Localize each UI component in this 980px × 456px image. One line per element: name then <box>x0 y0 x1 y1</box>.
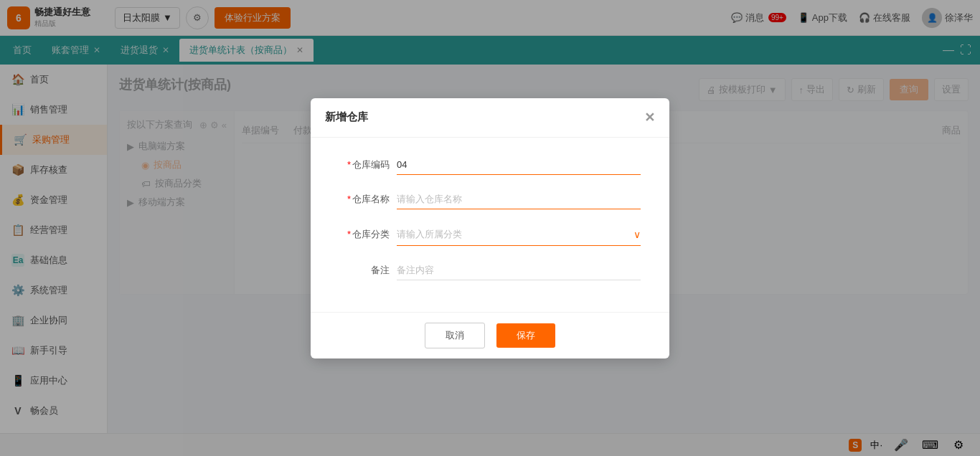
form-row-note: 备注 <box>339 260 641 280</box>
cancel-button[interactable]: 取消 <box>425 323 485 348</box>
new-warehouse-modal: 新增仓库 ✕ *仓库编码 *仓库名称 *仓库分类 <box>311 98 669 358</box>
modal-overlay: 新增仓库 ✕ *仓库编码 *仓库名称 *仓库分类 <box>0 0 980 456</box>
category-dropdown-icon: ∨ <box>633 229 641 240</box>
save-button[interactable]: 保存 <box>496 323 555 348</box>
warehouse-category-select[interactable]: 请输入所属分类 ∨ <box>397 224 641 246</box>
warehouse-category-placeholder: 请输入所属分类 <box>397 228 633 241</box>
warehouse-code-label: *仓库编码 <box>339 158 390 171</box>
warehouse-code-input[interactable] <box>397 155 641 175</box>
modal-close-button[interactable]: ✕ <box>644 110 655 125</box>
form-row-name: *仓库名称 <box>339 189 641 209</box>
modal-header: 新增仓库 ✕ <box>311 98 669 138</box>
note-label: 备注 <box>339 264 390 277</box>
modal-footer: 取消 保存 <box>311 312 669 358</box>
warehouse-name-input[interactable] <box>397 189 641 209</box>
modal-title: 新增仓库 <box>325 110 368 124</box>
warehouse-name-label: *仓库名称 <box>339 193 390 206</box>
note-input[interactable] <box>397 260 641 280</box>
warehouse-category-label: *仓库分类 <box>339 228 390 241</box>
form-row-code: *仓库编码 <box>339 155 641 175</box>
modal-body: *仓库编码 *仓库名称 *仓库分类 请输入所属分类 ∨ <box>311 138 669 312</box>
form-row-category: *仓库分类 请输入所属分类 ∨ <box>339 224 641 246</box>
